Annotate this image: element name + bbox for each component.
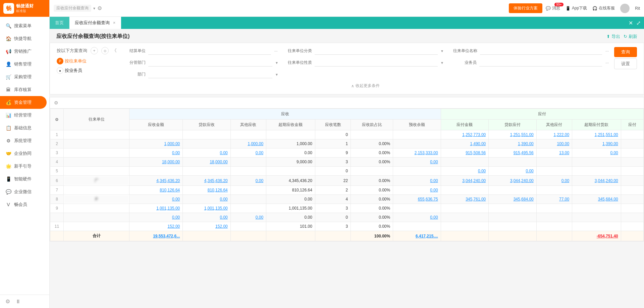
field-label: 往来单位分类 [288,48,312,54]
sidebar-item-member[interactable]: V 畅会员 [0,198,49,211]
basic-icon: 📋 [5,125,11,131]
dropdown-icon[interactable]: ▾ [441,49,443,53]
partner-category-input[interactable] [315,47,438,55]
col-recv-ratio: 应收款占比 [351,120,393,130]
sidebar-item-quicknav[interactable]: 🏠 快捷导航 [0,32,49,45]
filter-dept: 分管部门 ▾ [122,59,278,67]
dropdown-icon[interactable]: ▾ [276,72,278,77]
col-recv-other: 其他应收 [230,120,266,130]
sidebar-item-inventory[interactable]: 🏛 库存核算 [0,83,49,96]
sidebar-item-search[interactable]: 🔍 搜索菜单 [0,19,49,32]
col-group-receivable: 应收 [129,109,441,120]
filter-options: P 按往来单位 ● 按业务员 [57,58,117,74]
messages-button[interactable]: 💬 消息 99+ [546,5,560,11]
sidebar-item-label: 库存核算 [14,87,32,93]
col-index: ⚙ [50,109,64,130]
tabbar: 首页 应收应付余额查询 × ✕ ⤢ [50,17,644,29]
table-row: 8P0.000.000.0040.00%655,636.75345,761.00… [50,195,644,204]
dropdown-icon[interactable]: ▾ [441,60,443,65]
promo-button[interactable]: 体验行业方案 [509,3,542,13]
table-toolbar: ⚙ [50,97,644,108]
search-icon: 🔍 [5,23,11,29]
col-recv-count: 应收笔数 [315,120,351,130]
filter-department: 部门 ▾ [122,71,278,78]
topbar: 应收应付余额查询 ▾ ⚙ 体验行业方案 💬 消息 99+ 📱 App下载 🎧 在… [50,0,644,17]
query-button[interactable]: 查询 [614,47,637,57]
sidebar-item-label: 企业协同 [14,150,32,157]
field-label: 往来单位性质 [288,60,312,65]
filter-collapse-button[interactable]: 《 [112,48,117,54]
dots-icon[interactable]: ··· [274,49,278,53]
sidebar-item-basic[interactable]: 📋 基础信息 [0,122,49,134]
sales-icon: 👤 [5,61,11,67]
total-pay-overdue[interactable]: -654,751.40 [572,231,621,241]
filter-option-partner[interactable]: P 按往来单位 [57,58,117,64]
filter-scheme-button[interactable]: ⊙ [101,47,109,54]
dots-icon[interactable]: ··· [605,49,609,53]
service-button[interactable]: 🎧 在线客服 [592,5,615,11]
sidebar-item-sales[interactable]: 👤 销售管理 [0,58,49,71]
sidebar-item-label: 系统管理 [14,138,32,144]
setting-button[interactable]: 设置 [614,58,637,69]
tab-close-icon[interactable]: × [113,20,115,25]
settlement-unit-input[interactable] [148,47,271,55]
table-row: 91,001,135.001,001,135.001,001,135.0030.… [50,204,644,213]
filter-add-button[interactable]: + [91,47,98,54]
salesman-input[interactable] [479,59,602,67]
sidebar-item-label: 企业微信 [14,189,32,195]
sidebar-item-wechat[interactable]: 💬 企业微信 [0,185,49,198]
avatar[interactable] [620,4,630,13]
sidebar-item-enterprise[interactable]: 🤝 企业协同 [0,147,49,160]
department-input[interactable] [148,71,272,78]
sidebar-item-hardware[interactable]: 📱 智能硬件 [0,173,49,185]
refresh-button[interactable]: ↻ 刷新 [624,34,637,40]
total-label: 合计 [64,231,129,241]
filter-collapse-section: ∧ 收起更多条件 [122,82,609,90]
collapse-sidebar-icon[interactable]: ⏸ [15,299,21,305]
partner-name-input[interactable] [480,47,602,55]
tab-receivable[interactable]: 应收应付余额查询 × [69,17,121,29]
dots-icon[interactable]: ··· [605,60,609,65]
filter-salesman: 业务员 ··· [453,59,609,67]
breadcrumb: 应收应付余额查询 [54,5,91,12]
gear-icon[interactable]: ⚙ [97,5,102,11]
page-actions: ⬆ 导出 ↻ 刷新 [606,34,637,40]
sidebar-item-operations[interactable]: 📊 经营管理 [0,109,49,122]
close-tab-icon[interactable]: ✕ [629,20,633,26]
total-prepay[interactable]: 6,417,215.... [393,231,441,241]
sidebar-item-purchase[interactable]: 🛒 采购管理 [0,71,49,83]
table-row: 30.000.000.000.0090.00%2,153,333.00915,5… [50,148,644,158]
inventory-icon: 🏛 [5,87,11,92]
filter-option-salesman[interactable]: ● 按业务员 [57,67,117,74]
tab-home[interactable]: 首页 [50,17,69,29]
username: Rit [635,6,640,11]
settings-icon[interactable]: ⚙ [5,298,10,305]
partner-nature-input[interactable] [315,59,438,67]
table-row: 418,000.0018,000.009,000.0030.00%0.00 [50,158,644,167]
total-recv-amount[interactable]: 19,553,472,6... [129,231,183,241]
dept-input[interactable] [148,59,272,67]
table-container: ⚙ ⚙ 往来单位 应收 应付 应收金额 贷款应收 其他应收 [50,97,644,241]
sidebar-item-system[interactable]: ⚙ 系统管理 [0,134,49,147]
total-recv-ratio: 100.00% [351,231,393,241]
sidebar-item-label: 基础信息 [14,125,32,131]
sidebar-item-finance[interactable]: 💰 资金管理 [0,96,47,109]
sidebar-item-guide[interactable]: 🌟 新手引导 [0,160,49,173]
sidebar-item-marketing[interactable]: 📢 营销推广 [0,45,49,58]
table-row: 6广4,345,436.204,345,436.200.004,345,436.… [50,176,644,186]
table-settings-icon[interactable]: ⚙ [54,100,58,105]
sidebar-item-label: 营销推广 [14,48,32,54]
filter-partner-name: 往来单位名称 ··· [453,47,609,55]
app-download-button[interactable]: 📱 App下载 [566,5,587,11]
total-label-cell [50,231,64,241]
collapse-link[interactable]: ∧ 收起更多条件 [351,83,380,89]
col-recv-amount: 应收金额 [129,120,183,130]
finance-icon: 💰 [5,100,11,105]
expand-tab-icon[interactable]: ⤢ [636,20,641,26]
export-button[interactable]: ⬆ 导出 [606,34,620,40]
chevron-down-icon[interactable]: ▾ [93,6,95,11]
sidebar-item-label: 资金管理 [14,99,32,105]
field-label: 结算单位 [122,48,146,54]
dropdown-icon[interactable]: ▾ [276,60,278,65]
col-pay-overdue: 超期应付货款 [572,120,621,130]
